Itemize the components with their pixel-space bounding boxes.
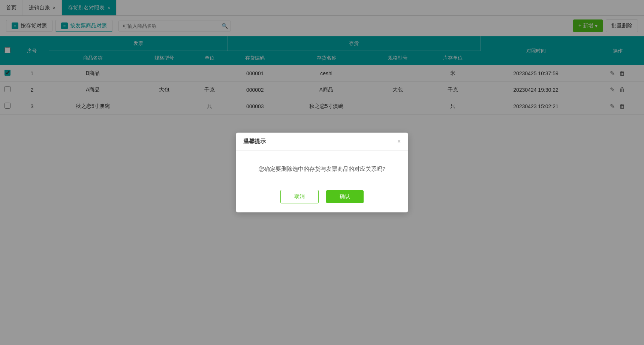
dialog-header: 温馨提示 × [236,133,408,151]
dialog-confirm-button[interactable]: 确认 [326,190,364,203]
dialog-close-button[interactable]: × [397,138,401,145]
dialog-title: 温馨提示 [243,138,266,145]
dialog-message: 您确定要删除选中的存货与发票商品的对应关系吗? [259,166,385,172]
dialog-footer: 取消 确认 [236,184,408,212]
dialog-overlay: 温馨提示 × 您确定要删除选中的存货与发票商品的对应关系吗? 取消 确认 [0,0,644,345]
confirm-dialog: 温馨提示 × 您确定要删除选中的存货与发票商品的对应关系吗? 取消 确认 [236,133,408,212]
dialog-cancel-button[interactable]: 取消 [280,190,319,203]
dialog-body: 您确定要删除选中的存货与发票商品的对应关系吗? [236,151,408,184]
